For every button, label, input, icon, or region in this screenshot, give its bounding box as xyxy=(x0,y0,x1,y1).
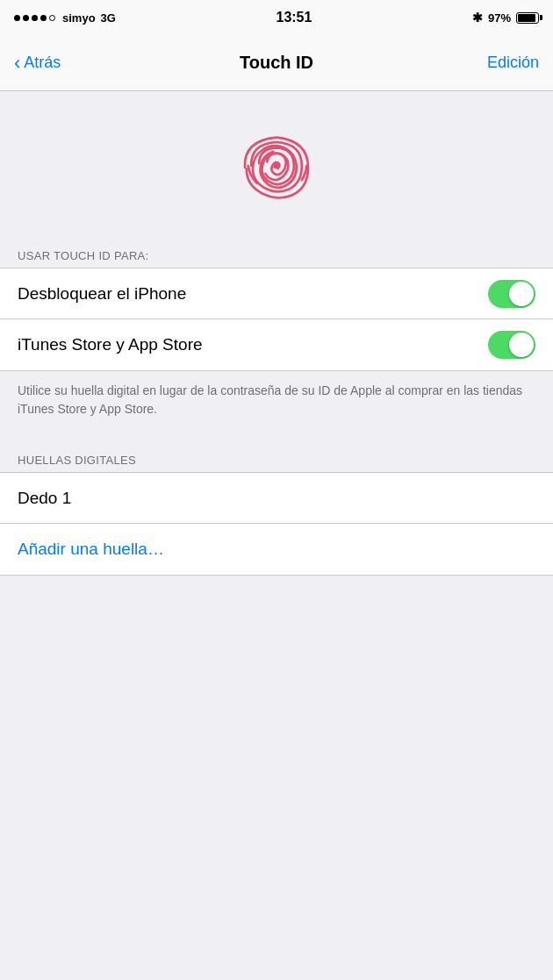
info-text: Utilice su huella digital en lugar de la… xyxy=(0,371,553,436)
dot3 xyxy=(32,15,38,21)
add-fingerprint-row[interactable]: Añadir una huella… xyxy=(0,524,553,575)
battery-fill xyxy=(518,14,535,22)
unlock-iphone-label: Desbloquear el iPhone xyxy=(18,284,186,304)
chevron-left-icon: ‹ xyxy=(14,54,20,73)
dot5 xyxy=(49,15,55,21)
dot2 xyxy=(23,15,29,21)
back-button[interactable]: ‹ Atrás xyxy=(14,54,61,73)
toggle-knob-2 xyxy=(509,333,534,357)
dot1 xyxy=(14,15,20,21)
bluetooth-icon: ✱ xyxy=(472,11,483,25)
finger1-row[interactable]: Dedo 1 xyxy=(0,473,553,524)
unlock-iphone-row[interactable]: Desbloquear el iPhone xyxy=(0,268,553,319)
signal-dots xyxy=(14,15,55,21)
status-left: simyo 3G xyxy=(14,11,116,25)
nav-bar: ‹ Atrás Touch ID Edición xyxy=(0,35,553,91)
fingerprint-illustration xyxy=(237,126,316,205)
touch-id-settings-group: Desbloquear el iPhone iTunes Store y App… xyxy=(0,268,553,371)
dot4 xyxy=(40,15,47,21)
edit-button[interactable]: Edición xyxy=(487,54,539,72)
battery-percent: 97% xyxy=(488,11,511,25)
bottom-area xyxy=(0,576,553,751)
itunes-app-store-row[interactable]: iTunes Store y App Store xyxy=(0,319,553,370)
fingerprint-section xyxy=(0,91,553,240)
unlock-iphone-toggle[interactable] xyxy=(488,280,535,308)
itunes-app-store-label: iTunes Store y App Store xyxy=(18,335,203,354)
carrier-label: simyo xyxy=(62,11,96,25)
network-label: 3G xyxy=(101,11,116,25)
add-fingerprint-label: Añadir una huella… xyxy=(18,540,164,559)
status-right: ✱ 97% xyxy=(472,11,539,25)
page-title: Touch ID xyxy=(240,53,313,73)
itunes-app-store-toggle[interactable] xyxy=(488,331,535,359)
finger1-label: Dedo 1 xyxy=(18,489,71,508)
fingerprints-group: Dedo 1 Añadir una huella… xyxy=(0,472,553,576)
status-time: 13:51 xyxy=(276,10,312,25)
back-label: Atrás xyxy=(24,54,61,72)
status-bar: simyo 3G 13:51 ✱ 97% xyxy=(0,0,553,35)
fingerprints-header: HUELLAS DIGITALES xyxy=(0,436,553,472)
battery-icon xyxy=(516,12,539,24)
toggle-knob xyxy=(509,282,534,306)
use-touch-id-header: USAR TOUCH ID PARA: xyxy=(0,240,553,268)
